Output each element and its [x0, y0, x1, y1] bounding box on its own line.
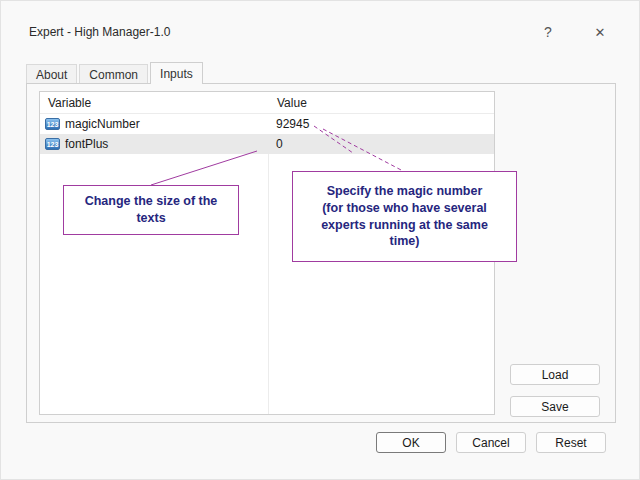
table-row-fontplus[interactable]: 123 fontPlus 0 — [40, 134, 494, 154]
save-button-label: Save — [541, 400, 568, 414]
expert-inputs-dialog: Expert - High Manager-1.0 ? ✕ About Comm… — [0, 0, 640, 480]
cancel-button[interactable]: Cancel — [456, 432, 526, 453]
variable-name: fontPlus — [65, 137, 108, 151]
table-header: Variable Value — [40, 92, 494, 114]
reset-button-label: Reset — [555, 436, 586, 450]
variable-cell: 123 fontPlus — [40, 137, 268, 151]
tab-bar: About Common Inputs — [26, 62, 205, 84]
title-bar: Expert - High Manager-1.0 ? ✕ — [1, 1, 639, 51]
table-row-magicnumber[interactable]: 123 magicNumber 92945 — [40, 114, 494, 134]
help-button[interactable]: ? — [531, 19, 565, 45]
variable-name: magicNumber — [65, 117, 140, 131]
annotation-font-size: Change the size of the texts — [63, 185, 239, 235]
load-button-label: Load — [542, 368, 569, 382]
tab-inputs-label: Inputs — [160, 67, 193, 81]
tab-common-label: Common — [89, 68, 138, 82]
numeric-input-icon: 123 — [45, 138, 60, 150]
close-icon: ✕ — [595, 25, 606, 40]
window-title: Expert - High Manager-1.0 — [29, 25, 170, 39]
annotation-magic-number: Specify the magic number (for those who … — [292, 171, 517, 262]
value-cell[interactable]: 0 — [268, 137, 283, 151]
tab-common[interactable]: Common — [79, 64, 148, 84]
tab-about-label: About — [36, 68, 67, 82]
tab-about[interactable]: About — [26, 64, 77, 84]
reset-button[interactable]: Reset — [536, 432, 606, 453]
cancel-button-label: Cancel — [472, 436, 509, 450]
load-button[interactable]: Load — [510, 364, 600, 385]
help-icon: ? — [544, 24, 552, 40]
column-header-variable: Variable — [40, 92, 268, 114]
value-cell[interactable]: 92945 — [268, 117, 309, 131]
ok-button-label: OK — [402, 436, 419, 450]
numeric-input-icon: 123 — [45, 118, 60, 130]
column-header-value: Value — [269, 92, 494, 114]
close-button[interactable]: ✕ — [583, 19, 617, 45]
save-button[interactable]: Save — [510, 396, 600, 417]
ok-button[interactable]: OK — [376, 432, 446, 453]
variable-cell: 123 magicNumber — [40, 117, 268, 131]
tab-inputs[interactable]: Inputs — [150, 62, 203, 84]
